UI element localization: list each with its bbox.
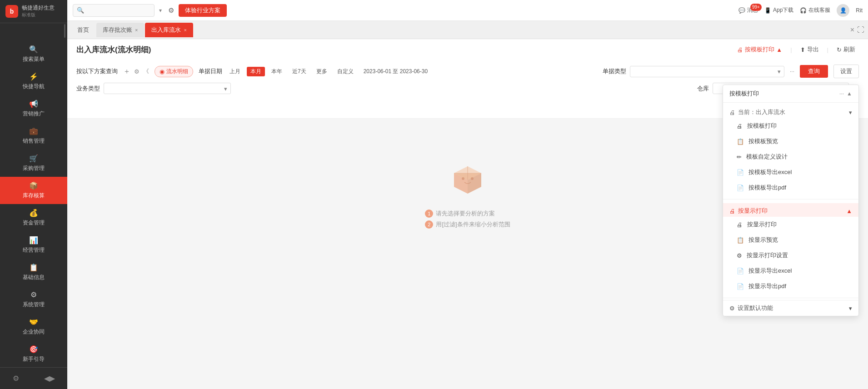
print-icon: 🖨 (737, 46, 743, 53)
sidebar-item-guide[interactable]: 🎯新手引导 (0, 340, 67, 367)
display-settings-icon: ⚙ (737, 252, 742, 259)
tab-home[interactable]: 首页 (71, 23, 95, 37)
dropdown-footer[interactable]: ⚙ 设置默认功能 ▾ (723, 300, 858, 316)
bill-type-select[interactable] (630, 66, 784, 77)
section2-label: 按显示打印 (738, 207, 768, 215)
bill-type-label: 单据类型 (603, 67, 626, 75)
date-shortcuts: 上月本月本年近7天更多自定义 (226, 67, 357, 76)
filter-tag[interactable]: ◉ 流水明细 (155, 66, 193, 77)
search-icon: 🔍 (77, 7, 84, 14)
search-dropdown-icon[interactable]: ▾ (159, 7, 162, 14)
dropdown-header: 按模板打印 ··· ▲ (723, 85, 858, 103)
bill-type-more-icon[interactable]: ··· (790, 68, 794, 75)
footer-label: 设置默认功能 (738, 304, 773, 312)
bill-type-select-wrapper (630, 66, 784, 77)
query-button[interactable]: 查询 (800, 65, 828, 78)
search-box[interactable]: 🔍 (73, 4, 155, 17)
business-type-select[interactable] (104, 83, 231, 94)
filter-gear-icon[interactable]: ⚙ (134, 68, 140, 75)
date-shortcut-last_7_days[interactable]: 近7天 (289, 67, 310, 76)
logo-text: 畅捷通好生意 标准版 (22, 5, 55, 18)
dropdown-item-template-export-excel[interactable]: 📄 按模板导出excel (723, 165, 858, 180)
dropdown-item-template-custom[interactable]: ✏ 模板自定义设计 (723, 149, 858, 165)
sidebar-item-sales[interactable]: 💼销售管理 (0, 122, 67, 150)
sidebar-item-operation[interactable]: 📊经营管理 (0, 231, 67, 259)
tab-label: 库存批次账 (103, 26, 132, 34)
app-download-label: App下载 (773, 6, 793, 14)
trial-button[interactable]: 体验行业方案 (179, 4, 227, 17)
sidebar-item-enterprise[interactable]: 🤝企业协同 (0, 313, 67, 340)
dropdown-item-display-export-excel[interactable]: 📄 按显示导出excel (723, 263, 858, 279)
footer-icon: ⚙ (729, 305, 735, 312)
export-button[interactable]: ⬆ 导出 (797, 44, 823, 55)
section1-chevron-icon: ▾ (849, 109, 852, 116)
dropdown-chevron-up-icon[interactable]: ▲ (847, 90, 852, 97)
tab-close-icon[interactable]: × (135, 27, 138, 33)
sidebar-item-marketing[interactable]: 📢营销推广 (0, 95, 67, 122)
sidebar-item-search[interactable]: 🔍搜索菜单 (0, 40, 67, 68)
message-badge: 99+ (750, 4, 762, 11)
app-download-action[interactable]: 📱 App下载 (764, 6, 793, 14)
section1-title[interactable]: 🖨 当前：出入库流水 ▾ (723, 105, 858, 118)
maximize-window-icon[interactable]: ⛶ (857, 26, 864, 34)
tab-close-icon[interactable]: × (184, 27, 186, 33)
dropdown-header-actions: ··· ▲ (839, 90, 852, 97)
user-avatar[interactable]: 👤 (837, 4, 849, 17)
sidebar-item-label: 搜索菜单 (23, 55, 45, 63)
filter-collapse-icon[interactable]: 《 (143, 67, 149, 75)
date-shortcut-custom[interactable]: 自定义 (334, 67, 357, 76)
dropdown-more-icon[interactable]: ··· (839, 90, 844, 97)
add-filter-icon[interactable]: ＋ (123, 67, 130, 76)
search-input[interactable] (86, 7, 150, 14)
dropdown-section-template: 🖨 当前：出入库流水 ▾ 🖨 按模板打印 📋 按模板预览 ✏ 模板自定义设计 (723, 103, 858, 197)
dropdown-item-display-export-pdf[interactable]: 📄 按显示导出pdf (723, 279, 858, 294)
footer-chevron-icon: ▾ (849, 305, 852, 312)
page-title: 出入库流水(流水明细) (76, 45, 151, 55)
date-shortcut-this_year[interactable]: 本年 (268, 67, 286, 76)
dropdown-item-template-print[interactable]: 🖨 按模板打印 (723, 118, 858, 134)
date-shortcut-this_month[interactable]: 本月 (247, 67, 265, 76)
dropdown-item-display-print-settings[interactable]: ⚙ 按显示打印设置 (723, 248, 858, 263)
tab-flow[interactable]: 出入库流水× (145, 23, 193, 37)
customer-service-action[interactable]: 🎧 在线客服 (800, 6, 830, 14)
template-print-icon: 🖨 (737, 123, 743, 130)
section2-icon: 🖨 (729, 208, 735, 214)
tab-batch[interactable]: 库存批次账× (96, 23, 144, 37)
dropdown-item-template-preview[interactable]: 📋 按模板预览 (723, 134, 858, 149)
sidebar-item-shortcut[interactable]: ⚡快捷导航 (0, 68, 67, 95)
sidebar-item-purchase[interactable]: 🛒采购管理 (0, 150, 67, 177)
empty-tip-1: 1 请先选择要分析的方案 (425, 209, 510, 218)
close-window-icon[interactable]: × (850, 26, 854, 34)
topbar-gear-icon[interactable]: ⚙ (168, 6, 174, 15)
refresh-icon: ↻ (837, 46, 842, 53)
username-label[interactable]: Rit (856, 7, 863, 14)
collapse-sidebar-icon[interactable]: ◀▶ (40, 372, 59, 384)
message-action[interactable]: 💬 消息 99+ (738, 6, 758, 14)
dropdown-item-display-print[interactable]: 🖨 按显示打印 (723, 217, 858, 232)
sidebar-item-basic[interactable]: 📋基础信息 (0, 259, 67, 286)
empty-illustration (445, 155, 490, 200)
sidebar-item-system[interactable]: ⚙系统管理 (0, 286, 67, 313)
sidebar-item-inventory[interactable]: 📦库存核算 (0, 177, 67, 204)
print-template-button[interactable]: 🖨 按模板打印 ▲ (733, 44, 786, 55)
print-dropdown: 按模板打印 ··· ▲ 🖨 当前：出入库流水 ▾ 🖨 按模板打印 (723, 85, 859, 316)
dropdown-item-display-preview[interactable]: 📋 按显示预览 (723, 232, 858, 248)
section1-icon: 🖨 (729, 109, 735, 116)
settings-icon[interactable]: ⚙ (9, 372, 23, 384)
section2-title[interactable]: 🖨 按显示打印 ▲ (723, 203, 858, 217)
window-controls: ×⛶ (850, 26, 864, 34)
sidebar-bottom: ⚙ ◀▶ (0, 367, 67, 389)
date-shortcut-last_month[interactable]: 上月 (226, 67, 244, 76)
dropdown-item-template-export-pdf[interactable]: 📄 按模板导出pdf (723, 180, 858, 195)
settings-button[interactable]: 设置 (833, 65, 859, 78)
finance-icon: 💰 (29, 209, 38, 217)
empty-tip-2: 2 用[过滤]条件来缩小分析范围 (425, 220, 510, 229)
date-shortcut-more[interactable]: 更多 (313, 67, 331, 76)
customer-service-label: 在线客服 (808, 6, 830, 14)
dropdown-title: 按模板打印 (729, 90, 759, 98)
sidebar-item-finance[interactable]: 💰资金管理 (0, 204, 67, 231)
display-pdf-icon: 📄 (737, 283, 744, 290)
refresh-button[interactable]: ↻ 刷新 (833, 44, 859, 55)
purchase-icon: 🛒 (29, 154, 38, 163)
dropdown-section-display: 🖨 按显示打印 ▲ 🖨 按显示打印 📋 按显示预览 ⚙ 按显示打印设置 (723, 201, 858, 296)
